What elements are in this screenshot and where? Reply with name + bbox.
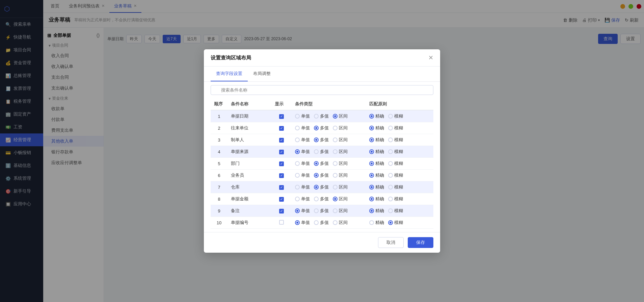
type-radio-item[interactable]: 区间: [333, 125, 348, 131]
type-radio-item[interactable]: 多值: [314, 137, 329, 143]
type-radio-item[interactable]: 区间: [333, 172, 348, 178]
match-radio-item[interactable]: 模糊: [388, 184, 403, 190]
modal-tab-fields[interactable]: 查询字段设置: [211, 67, 248, 81]
type-radio-item[interactable]: 多值: [314, 113, 329, 119]
modal-tab-layout[interactable]: 布局调整: [248, 67, 276, 81]
type-radio-item[interactable]: 区间: [333, 160, 348, 167]
modal-search-input[interactable]: [211, 85, 433, 95]
type-radio-item[interactable]: 单值: [295, 137, 310, 143]
match-radio-group: 精确模糊: [369, 125, 430, 131]
radio-dot-icon: [314, 137, 319, 142]
cell-show[interactable]: [271, 134, 292, 146]
show-checkbox[interactable]: [279, 150, 284, 154]
cell-match: 精确模糊: [366, 170, 433, 181]
type-radio-item[interactable]: 多值: [314, 208, 329, 214]
search-wrap: [211, 85, 433, 95]
type-radio-item[interactable]: 单值: [295, 172, 310, 178]
show-checkbox[interactable]: [279, 161, 284, 166]
cell-show[interactable]: [271, 170, 292, 181]
type-radio-item[interactable]: 多值: [314, 184, 329, 190]
cell-show[interactable]: [271, 158, 292, 170]
match-radio-item[interactable]: 模糊: [388, 160, 403, 167]
radio-dot-icon: [295, 220, 300, 225]
type-radio-item[interactable]: 区间: [333, 113, 348, 119]
cell-name: 单据金额: [227, 193, 271, 205]
match-radio-item[interactable]: 精确: [369, 208, 384, 214]
type-radio-item[interactable]: 区间: [333, 137, 348, 143]
cell-name: 单据来源: [227, 146, 271, 158]
table-row: 5部门单值多值区间精确模糊: [211, 158, 433, 170]
match-radio-item[interactable]: 模糊: [388, 113, 403, 119]
cell-show[interactable]: [271, 122, 292, 134]
radio-dot-icon: [295, 208, 300, 213]
match-radio-item[interactable]: 模糊: [388, 220, 403, 226]
type-radio-item[interactable]: 多值: [314, 220, 329, 226]
show-checkbox[interactable]: [279, 114, 284, 119]
match-radio-group: 精确模糊: [369, 208, 430, 214]
match-radio-item[interactable]: 精确: [369, 220, 384, 226]
type-radio-item[interactable]: 单值: [295, 113, 310, 119]
cell-type: 单值多值区间: [292, 217, 366, 229]
show-checkbox[interactable]: [279, 197, 284, 202]
modal-search-area: [204, 82, 440, 98]
type-radio-item[interactable]: 区间: [333, 184, 348, 190]
cell-show[interactable]: [271, 146, 292, 158]
match-radio-item[interactable]: 精确: [369, 113, 384, 119]
type-radio-item[interactable]: 区间: [333, 208, 348, 214]
type-radio-item[interactable]: 单值: [295, 184, 310, 190]
match-radio-item[interactable]: 模糊: [388, 208, 403, 214]
radio-dot-icon: [369, 173, 374, 178]
cell-show[interactable]: [271, 110, 292, 122]
match-radio-item[interactable]: 模糊: [388, 172, 403, 178]
modal-tabs: 查询字段设置 布局调整: [204, 67, 440, 82]
match-radio-item[interactable]: 模糊: [388, 137, 403, 143]
show-checkbox[interactable]: [279, 138, 284, 143]
radio-dot-icon: [369, 161, 374, 166]
type-radio-item[interactable]: 单值: [295, 196, 310, 202]
modal-save-btn[interactable]: 保存: [408, 237, 433, 248]
radio-dot-icon: [369, 220, 374, 225]
type-radio-item[interactable]: 多值: [314, 149, 329, 155]
type-radio-item[interactable]: 多值: [314, 125, 329, 131]
show-checkbox[interactable]: [279, 209, 284, 213]
type-radio-item[interactable]: 单值: [295, 208, 310, 214]
cell-show[interactable]: [271, 181, 292, 193]
match-radio-item[interactable]: 精确: [369, 172, 384, 178]
radio-dot-icon: [388, 137, 393, 142]
match-radio-item[interactable]: 精确: [369, 149, 384, 155]
show-checkbox[interactable]: [279, 126, 284, 131]
show-checkbox[interactable]: [279, 173, 284, 178]
type-radio-item[interactable]: 区间: [333, 196, 348, 202]
match-radio-item[interactable]: 模糊: [388, 125, 403, 131]
cell-name: 单据编号: [227, 217, 271, 229]
cell-show[interactable]: [271, 193, 292, 205]
cell-show[interactable]: [271, 217, 292, 229]
radio-dot-icon: [333, 137, 338, 142]
type-radio-item[interactable]: 区间: [333, 220, 348, 226]
type-radio-item[interactable]: 多值: [314, 160, 329, 167]
cell-type: 单值多值区间: [292, 146, 366, 158]
match-radio-item[interactable]: 精确: [369, 160, 384, 167]
show-checkbox[interactable]: [279, 220, 284, 225]
match-radio-item[interactable]: 模糊: [388, 196, 403, 202]
match-radio-item[interactable]: 模糊: [388, 149, 403, 155]
table-row: 8单据金额单值多值区间精确模糊: [211, 193, 433, 205]
modal-close-btn[interactable]: ✕: [428, 54, 433, 61]
match-radio-item[interactable]: 精确: [369, 184, 384, 190]
match-radio-item[interactable]: 精确: [369, 137, 384, 143]
match-radio-item[interactable]: 精确: [369, 125, 384, 131]
show-checkbox[interactable]: [279, 185, 284, 190]
match-radio-group: 精确模糊: [369, 113, 430, 119]
cell-show[interactable]: [271, 205, 292, 217]
cell-name: 制单人: [227, 134, 271, 146]
type-radio-item[interactable]: 单值: [295, 220, 310, 226]
type-radio-item[interactable]: 单值: [295, 160, 310, 167]
modal-cancel-btn[interactable]: 取消: [378, 237, 404, 248]
type-radio-item[interactable]: 多值: [314, 172, 329, 178]
cell-name: 单据日期: [227, 110, 271, 122]
type-radio-item[interactable]: 区间: [333, 149, 348, 155]
type-radio-item[interactable]: 单值: [295, 125, 310, 131]
type-radio-item[interactable]: 多值: [314, 196, 329, 202]
match-radio-item[interactable]: 精确: [369, 196, 384, 202]
type-radio-item[interactable]: 单值: [295, 149, 310, 155]
